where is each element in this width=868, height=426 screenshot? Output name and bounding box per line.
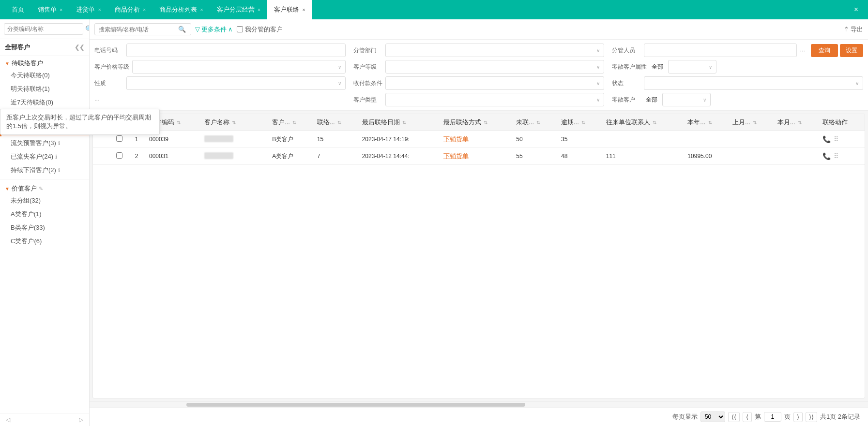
nav-customer-tier[interactable]: 客户分层经营 × [210,0,267,19]
row-lastmethod-cell[interactable]: 下销货单 [440,131,512,148]
filter-row-4: ··· 客户类型 ∨ 零散客户 全部 ∨ [94,93,863,106]
col-name-header[interactable]: 客户名称 ⇅ [200,114,268,131]
filter-manager: 分管人员 ··· 查询 设置 [612,44,863,57]
sidebar-item-tomorrow[interactable]: 明天待联络(1) [0,82,89,96]
col-lastdate-header[interactable]: 最后联络日期 ⇅ [358,114,440,131]
filter-dots-row: ··· [94,93,346,106]
nav-sales[interactable]: 销售单 × [31,0,69,19]
sort-thisyear-icon: ⇅ [708,120,712,125]
filter-payment-select[interactable]: ∨ [385,76,605,90]
last-method-link[interactable]: 下销货单 [443,135,469,143]
more-action-icon[interactable]: ⠿ [834,152,838,160]
close-sales-icon[interactable]: × [60,7,62,13]
sidebar-item-ungroup[interactable]: 未分组(32) [0,194,89,207]
row-thismonth-cell [774,131,819,148]
nav-home[interactable]: 首页 [5,0,31,19]
sidebar-search-icon[interactable]: 🔍 [85,25,90,33]
nav-purchase[interactable]: 进货单 × [69,0,107,19]
nav-analysis-list[interactable]: 商品分析列表 × [152,0,210,19]
contact-icon[interactable]: 📞 [822,135,831,143]
sidebar-item-7days[interactable]: 近7天待联络(0) [0,96,89,109]
filter-extra-dots[interactable]: ··· [94,96,100,103]
nav-analysis[interactable]: 商品分析 × [108,0,152,19]
more-action-icon[interactable]: ⠿ [834,135,838,143]
col-contact-header[interactable]: 联络... ⇅ [313,114,358,131]
filter-retail-select[interactable]: ∨ [668,60,716,73]
sidebar-item-lost[interactable]: 已流失客户(24) ℹ [0,150,89,163]
query-button[interactable]: 查询 [811,44,838,57]
close-analysis-icon[interactable]: × [143,7,146,13]
sidebar-item-today[interactable]: 今天待联络(0) [0,69,89,82]
info-icon-lost[interactable]: ℹ [55,154,57,160]
sidebar-search-input[interactable] [4,23,83,35]
filter-dept-select[interactable]: ∨ [385,44,605,57]
sidebar-value-customer-group[interactable]: ▼ 价值客户 ✎ [0,181,89,194]
filter-phone-input[interactable] [126,44,346,57]
contact-icon[interactable]: 📞 [822,152,831,160]
filter-price-select[interactable]: ∨ [132,60,346,73]
col-partner-header[interactable]: 往来单位联系人 ⇅ [602,114,684,131]
horizontal-scrollbar[interactable] [90,401,868,407]
col-thismonth-header[interactable]: 本月... ⇅ [774,114,819,131]
close-analysis-list-icon[interactable]: × [200,7,203,13]
sidebar-item-loss-warning[interactable]: 流失预警客户(3) ℹ [0,136,89,150]
sidebar-bottom: ◁ ▷ [0,413,89,426]
filter-nature-select[interactable]: ∨ [126,76,346,90]
filter-dept-label: 分管部门 [353,46,382,55]
my-customer-checkbox[interactable] [237,26,243,32]
close-customer-contact-icon[interactable]: × [302,7,305,13]
col-lastmonth-header[interactable]: 上月... ⇅ [729,114,774,131]
filter-status-select[interactable]: ∨ [644,76,863,90]
filter-level-select[interactable]: ∨ [385,60,605,73]
row-overdue-cell: 35 [557,131,602,148]
col-thisyear-header[interactable]: 本年... ⇅ [684,114,729,131]
row-lastmethod-cell[interactable]: 下销货单 [440,148,512,165]
next-page-button[interactable]: ⟩ [793,412,803,422]
filter-retail2-select[interactable]: ∨ [662,93,711,106]
col-lastmethod-header[interactable]: 最后联络方式 ⇅ [440,114,512,131]
close-purchase-icon[interactable]: × [98,7,101,13]
chevron-down-icon8: ∨ [596,97,600,103]
scrollbar-thumb[interactable] [186,403,525,407]
sort-overdue-icon: ⇅ [581,120,585,125]
sidebar-wait-contact-group[interactable]: ▼ 待联络客户 [0,56,89,69]
info-icon-loss[interactable]: ℹ [58,140,60,147]
sidebar-scroll-left-icon[interactable]: ◁ [4,415,12,424]
settings-button[interactable]: 设置 [840,44,863,57]
nav-customer-contact[interactable]: 客户联络 × [267,0,312,19]
row-checkbox[interactable] [116,135,122,142]
more-conditions-button[interactable]: ▽ 更多条件 ∧ [195,25,233,34]
filter-manager-select[interactable] [644,44,797,57]
col-action-header: 联络动作 [819,114,865,131]
row-thisyear-cell [684,131,729,148]
row-checkbox-cell[interactable] [110,148,128,165]
first-page-button[interactable]: ⟨⟨ [728,412,740,422]
row-checkbox[interactable] [116,152,122,159]
col-overdue-header[interactable]: 逾期... ⇅ [557,114,602,131]
filter-type-select[interactable]: ∨ [385,93,605,106]
filter-search-input[interactable] [99,26,176,33]
table-body: 1 000039 B类客户 15 2023-04-17 14:19: 下销货单 … [93,131,865,165]
info-icon-declining[interactable]: ℹ [58,167,60,174]
close-customer-tier-icon[interactable]: × [258,7,260,13]
prev-page-button[interactable]: ⟨ [743,412,752,422]
sidebar-scroll-right-icon[interactable]: ▷ [77,415,85,424]
sidebar-item-declining[interactable]: 持续下滑客户(2) ℹ [0,163,89,177]
sidebar-item-class-a[interactable]: A类客户(1) [0,207,89,221]
per-page-select[interactable]: 50 100 200 [700,411,725,422]
col-uncontact-header[interactable]: 未联... ⇅ [512,114,557,131]
table-area: ⚙ 客户编码 ⇅ 客户名称 ⇅ [92,114,865,398]
filter-manager-dots[interactable]: ··· [800,47,805,54]
edit-icon-value[interactable]: ✎ [39,186,43,192]
col-type-header[interactable]: 客户... ⇅ [268,114,313,131]
last-page-button[interactable]: ⟩⟩ [806,412,817,422]
page-number-input[interactable]: 1 [764,412,781,422]
sidebar-item-class-c[interactable]: C类客户(6) [0,235,89,248]
sidebar-item-class-b[interactable]: B类客户(33) [0,221,89,235]
last-method-link[interactable]: 下销货单 [443,152,469,160]
sort-uncontact-icon: ⇅ [536,120,540,125]
table-row: 1 000039 B类客户 15 2023-04-17 14:19: 下销货单 … [93,131,865,148]
export-button[interactable]: ⇑ 导出 [844,25,863,34]
sidebar-collapse-icon[interactable]: ❮❮ [75,44,84,51]
window-close-button[interactable]: × [849,5,863,14]
